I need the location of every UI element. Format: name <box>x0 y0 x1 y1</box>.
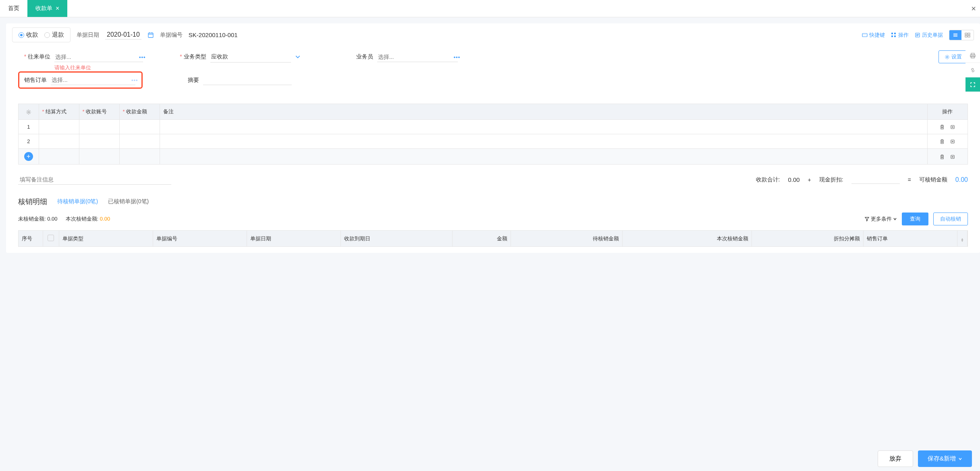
dots-icon[interactable]: ••• <box>131 77 138 83</box>
verify-title: 核销明细 <box>18 197 47 206</box>
operate-button[interactable]: 操作 <box>891 31 909 39</box>
auto-writeoff-button[interactable]: 自动核销 <box>933 213 968 225</box>
delete-icon[interactable] <box>939 138 945 145</box>
right-sidebar <box>965 48 980 92</box>
col-action: 操作 <box>927 104 968 120</box>
col-doc-type[interactable]: 单据类型 <box>59 231 153 246</box>
sales-order-field: 销售订单 ••• <box>18 71 143 89</box>
sales-order-input[interactable] <box>51 75 135 85</box>
discount-label: 现金折扣: <box>819 176 843 183</box>
svg-rect-19 <box>965 33 967 35</box>
radio-icon <box>44 32 50 38</box>
col-doc-no[interactable]: 单据编号 <box>153 231 247 246</box>
expand-icon[interactable] <box>965 77 980 92</box>
col-amount[interactable]: 金额 <box>452 231 511 246</box>
doc-no-value: SK-20200110-001 <box>189 31 238 38</box>
svg-rect-0 <box>148 33 153 38</box>
svg-rect-21 <box>965 35 967 37</box>
link-icon[interactable] <box>965 63 980 77</box>
date-input[interactable]: 2020-01-10 <box>105 30 141 40</box>
settings-button[interactable]: 设置 <box>938 50 968 63</box>
svg-rect-10 <box>891 35 893 37</box>
sort-icon[interactable]: ▲▼ <box>961 238 964 242</box>
col-this-amount[interactable]: 本次核销金额 <box>622 231 752 246</box>
svg-rect-9 <box>894 33 896 34</box>
col-sales-order[interactable]: 销售订单 <box>863 231 957 246</box>
salesperson-label: 业务员 <box>341 53 373 60</box>
svg-rect-20 <box>968 33 970 35</box>
payment-table: 结算方式 收款账号 收款金额 备注 操作 1 <box>18 104 968 165</box>
view-card-button[interactable] <box>961 30 974 40</box>
tab-receipt[interactable]: 收款单 × <box>27 0 67 17</box>
salesperson-field: 业务员 ••• <box>341 50 461 63</box>
svg-rect-22 <box>968 35 970 37</box>
more-filter-button[interactable]: 更多条件 <box>864 215 897 223</box>
cell-amount[interactable] <box>119 134 160 149</box>
col-remark: 备注 <box>160 104 927 120</box>
this-writeoff-label: 本次核销金额: <box>66 216 99 222</box>
tab-bar: 首页 收款单 × × <box>0 0 980 17</box>
cell-account[interactable] <box>79 120 119 134</box>
remark-input[interactable] <box>18 175 171 185</box>
close-icon[interactable]: × <box>56 5 59 12</box>
select-all-checkbox[interactable] <box>48 235 54 241</box>
plus-sign: + <box>808 177 811 183</box>
date-label: 单据日期 <box>77 31 99 39</box>
summary-label: 摘要 <box>179 77 199 84</box>
svg-point-24 <box>28 111 29 113</box>
dots-icon[interactable]: ••• <box>454 54 461 60</box>
col-doc-date[interactable]: 单据日期 <box>247 231 341 246</box>
tab-home[interactable]: 首页 <box>0 0 27 17</box>
cell-settle[interactable] <box>39 120 79 134</box>
salesperson-input[interactable] <box>377 52 458 62</box>
summary-field: 摘要 <box>179 71 292 89</box>
close-all-icon[interactable]: × <box>971 4 976 13</box>
tab-done[interactable]: 已核销单据(0笔) <box>108 198 149 205</box>
doc-no-label: 单据编号 <box>160 31 183 39</box>
chevron-down-icon <box>893 217 897 221</box>
cell-account[interactable] <box>79 134 119 149</box>
history-button[interactable]: 历史单据 <box>915 31 943 39</box>
delete-icon[interactable] <box>939 124 945 130</box>
col-seq: 序号 <box>19 231 43 246</box>
row-num: 2 <box>19 134 39 149</box>
cell-remark[interactable] <box>160 134 927 149</box>
add-row-button[interactable]: + <box>24 152 33 161</box>
add-row: + <box>19 149 968 165</box>
radio-receipt[interactable]: 收款 <box>19 31 38 39</box>
copy-icon[interactable] <box>950 138 955 145</box>
dots-icon[interactable]: ••• <box>139 54 146 60</box>
delete-icon[interactable] <box>939 153 945 160</box>
discount-input[interactable] <box>851 176 900 184</box>
col-due-date[interactable]: 收款到期日 <box>341 231 452 246</box>
copy-icon[interactable] <box>950 124 955 130</box>
radio-refund[interactable]: 退款 <box>44 31 64 39</box>
print-icon[interactable] <box>965 48 980 63</box>
col-pending[interactable]: 待核销金额 <box>511 231 622 246</box>
sales-order-label: 销售订单 <box>23 77 47 84</box>
radio-icon <box>19 32 24 38</box>
total-label: 收款合计: <box>756 176 780 183</box>
table-row: 2 <box>19 134 968 149</box>
partner-input[interactable] <box>54 52 143 62</box>
calendar-icon[interactable] <box>147 31 154 38</box>
col-settle: 结算方式 <box>42 108 67 115</box>
svg-rect-11 <box>894 35 896 37</box>
biz-type-select[interactable]: 应收款 <box>210 52 291 63</box>
chevron-down-icon[interactable] <box>295 54 301 60</box>
tab-pending[interactable]: 待核销单据(0笔) <box>57 198 98 205</box>
query-button[interactable]: 查询 <box>902 213 928 225</box>
cell-amount[interactable] <box>119 120 160 134</box>
cell-remark[interactable] <box>160 120 927 134</box>
writeoff-label: 可核销金额 <box>919 176 947 183</box>
col-discount-share[interactable]: 折扣分摊额 <box>752 231 863 246</box>
svg-rect-34 <box>971 53 974 55</box>
gear-icon[interactable] <box>26 108 31 115</box>
summary-input[interactable] <box>203 75 292 85</box>
copy-icon[interactable] <box>950 153 955 160</box>
biz-type-label: 业务类型 <box>174 53 206 60</box>
shortcut-button[interactable]: 快捷键 <box>862 31 885 39</box>
cell-settle[interactable] <box>39 134 79 149</box>
view-list-button[interactable] <box>949 30 961 40</box>
unwriteoff-value: 0.00 <box>47 216 57 222</box>
